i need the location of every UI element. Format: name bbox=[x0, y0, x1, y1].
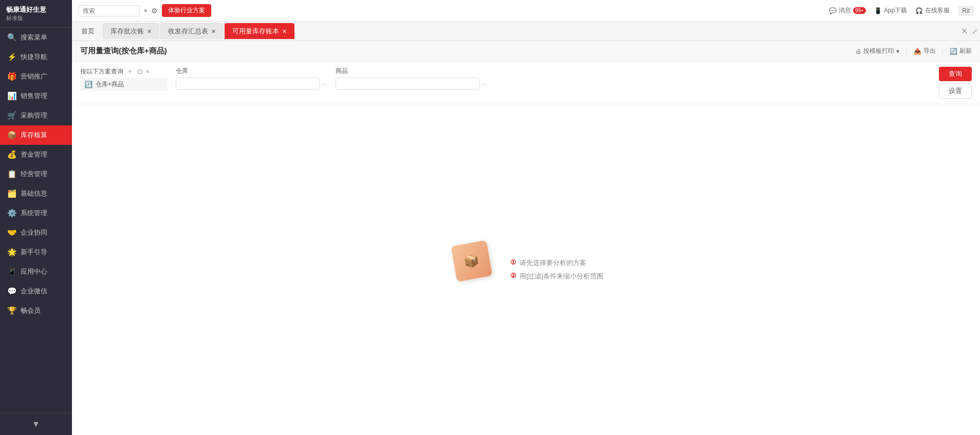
sidebar-label-sales: 销售管理 bbox=[21, 91, 47, 101]
warehouse-more-btn[interactable]: ··· bbox=[322, 80, 327, 88]
filter-bar: 按以下方案查询 ＋ ⊙ « 🔃 仓库+商品 仓库 ··· bbox=[72, 62, 980, 104]
scheme-item-warehouse-product[interactable]: 🔃 仓库+商品 bbox=[80, 78, 168, 91]
sidebar-label-purchase: 采购管理 bbox=[21, 111, 47, 120]
sidebar-icon-member: 🏆 bbox=[7, 306, 16, 315]
tab-summary-close[interactable]: ✕ bbox=[211, 28, 216, 35]
tip-text-1: 请先选择要分析的方案 bbox=[520, 258, 586, 268]
sidebar-icon-search: 🔍 bbox=[7, 33, 16, 42]
sidebar-scroll-down-btn[interactable]: ▼ bbox=[4, 418, 68, 431]
sidebar-item-finance[interactable]: 💰 资金管理 bbox=[0, 145, 72, 164]
app-icon: 📱 bbox=[874, 7, 882, 14]
print-icon: 🖨 bbox=[855, 48, 861, 55]
refresh-icon: 🔄 bbox=[950, 48, 957, 55]
settings-scheme-btn[interactable]: ⊙ bbox=[137, 67, 143, 75]
filter-scheme-label: 按以下方案查询 bbox=[80, 67, 123, 76]
export-label: 导出 bbox=[923, 47, 936, 55]
sidebar-item-purchase[interactable]: 🛒 采购管理 bbox=[0, 106, 72, 125]
sidebar-icon-wechat: 💬 bbox=[7, 287, 16, 296]
sidebar-item-member[interactable]: 🏆 畅会员 bbox=[0, 301, 72, 320]
export-btn[interactable]: 📤 导出 bbox=[914, 47, 936, 55]
sidebar-item-enterprise[interactable]: 🤝 企业协同 bbox=[0, 223, 72, 242]
tip-num-1: ① bbox=[510, 258, 516, 266]
filter-right: 查询 设置 bbox=[939, 67, 972, 99]
sep1: | bbox=[905, 47, 907, 55]
tab-batch-close[interactable]: ✕ bbox=[147, 28, 152, 35]
warehouse-input[interactable] bbox=[176, 78, 320, 90]
sidebar-scroll: 🔍 搜索菜单 ⚡ 快捷导航 🎁 营销推广 📊 销售管理 🛒 采购管理 📦 库存核… bbox=[0, 28, 72, 413]
sidebar-item-shortcut[interactable]: ⚡ 快捷导航 bbox=[0, 47, 72, 67]
topbar-industry-btn[interactable]: 体验行业方案 bbox=[162, 4, 211, 17]
topbar: ▾ ⚙ 体验行业方案 💬 消息 99+ 📱 App下载 🎧 在线客服 Rit bbox=[72, 0, 980, 22]
sidebar-item-system[interactable]: ⚙️ 系统管理 bbox=[0, 203, 72, 223]
tab-home[interactable]: 首页 bbox=[74, 24, 102, 39]
topbar-right: 💬 消息 99+ 📱 App下载 🎧 在线客服 Rit bbox=[829, 6, 974, 16]
export-icon: 📤 bbox=[914, 48, 921, 55]
brand-edition: 标准版 bbox=[6, 14, 66, 22]
sidebar-item-inventory[interactable]: 📦 库存核算 bbox=[0, 125, 72, 145]
sidebar-footer: ▼ bbox=[0, 413, 72, 435]
topbar-dropdown-btn[interactable]: ▾ bbox=[144, 7, 147, 14]
product-input[interactable] bbox=[336, 78, 479, 90]
tab-available[interactable]: 可用量库存账本 ✕ bbox=[225, 23, 294, 39]
sidebar-icon-basic: 🗂️ bbox=[7, 189, 16, 198]
topbar-app-btn[interactable]: 📱 App下载 bbox=[874, 6, 907, 15]
filter-settings-btn[interactable]: 设置 bbox=[939, 83, 972, 99]
page-title: 可用量查询(按仓库+商品) bbox=[80, 46, 167, 56]
tab-available-label: 可用量库存账本 bbox=[232, 27, 279, 36]
sidebar-label-shortcut: 快捷导航 bbox=[21, 52, 47, 62]
tab-batch[interactable]: 库存批次账 ✕ bbox=[103, 23, 159, 39]
page-header: 可用量查询(按仓库+商品) 🖨 按模板打印 ▾ | 📤 导出 | 🔄 刷新 bbox=[72, 41, 980, 62]
sidebar-item-operation[interactable]: 📋 经营管理 bbox=[0, 164, 72, 184]
service-label: 在线客服 bbox=[925, 6, 950, 15]
filter-scheme-header: 按以下方案查询 ＋ ⊙ « bbox=[80, 67, 168, 76]
tab-available-close[interactable]: ✕ bbox=[282, 28, 287, 35]
sidebar-item-sales[interactable]: 📊 销售管理 bbox=[0, 86, 72, 106]
sidebar-item-search[interactable]: 🔍 搜索菜单 bbox=[0, 28, 72, 47]
tip-text-2: 用[过滤]条件来缩小分析范围 bbox=[520, 272, 603, 281]
warehouse-label: 仓库 bbox=[176, 67, 327, 75]
tabbar: 首页 库存批次账 ✕ 收发存汇总表 ✕ 可用量库存账本 ✕ ✕ ⤢ bbox=[72, 22, 980, 41]
scheme-item-icon: 🔃 bbox=[84, 81, 93, 88]
sidebar-icon-sales: 📊 bbox=[7, 91, 16, 101]
print-btn[interactable]: 🖨 按模板打印 ▾ bbox=[855, 47, 899, 55]
sidebar-label-operation: 经营管理 bbox=[21, 169, 47, 179]
sidebar-icon-system: ⚙️ bbox=[7, 209, 16, 218]
empty-tip-1: ① 请先选择要分析的方案 bbox=[510, 258, 603, 268]
sidebar-item-newbie[interactable]: 🌟 新手引导 bbox=[0, 242, 72, 262]
query-btn[interactable]: 查询 bbox=[939, 67, 972, 81]
sidebar-label-appstore: 应用中心 bbox=[21, 267, 47, 276]
topbar-user-btn[interactable]: Rit bbox=[958, 6, 974, 16]
content-area: 可用量查询(按仓库+商品) 🖨 按模板打印 ▾ | 📤 导出 | 🔄 刷新 bbox=[72, 41, 980, 435]
tab-close-all-btn[interactable]: ✕ bbox=[961, 26, 968, 36]
tab-expand-btn[interactable]: ⤢ bbox=[972, 27, 978, 35]
sidebar: 畅康通好生意 标准版 🔍 搜索菜单 ⚡ 快捷导航 🎁 营销推广 📊 销售管理 🛒… bbox=[0, 0, 72, 435]
tab-home-label: 首页 bbox=[81, 27, 95, 36]
print-dropdown-icon: ▾ bbox=[896, 48, 899, 55]
tab-summary[interactable]: 收发存汇总表 ✕ bbox=[160, 23, 224, 39]
product-input-row: ··· bbox=[336, 78, 487, 90]
sidebar-label-finance: 资金管理 bbox=[21, 150, 47, 159]
sidebar-icon-appstore: 📱 bbox=[7, 267, 16, 276]
sidebar-item-marketing[interactable]: 🎁 营销推广 bbox=[0, 67, 72, 86]
filter-field-product: 商品 ··· bbox=[336, 67, 487, 90]
msg-badge: 99+ bbox=[853, 7, 866, 14]
service-icon: 🎧 bbox=[915, 7, 923, 14]
topbar-msg-btn[interactable]: 💬 消息 99+ bbox=[829, 6, 866, 15]
sidebar-icon-finance: 💰 bbox=[7, 150, 16, 159]
sidebar-label-marketing: 营销推广 bbox=[21, 72, 47, 81]
empty-illustration: 📦 bbox=[449, 244, 500, 295]
product-label: 商品 bbox=[336, 67, 487, 75]
topbar-search-input[interactable] bbox=[78, 5, 140, 16]
msg-label: 消息 bbox=[839, 6, 851, 15]
topbar-gear-btn[interactable]: ⚙ bbox=[151, 7, 158, 15]
sidebar-item-appstore[interactable]: 📱 应用中心 bbox=[0, 262, 72, 281]
collapse-btn[interactable]: « bbox=[146, 68, 150, 75]
sidebar-item-wechat[interactable]: 💬 企业微信 bbox=[0, 281, 72, 301]
topbar-service-btn[interactable]: 🎧 在线客服 bbox=[915, 6, 950, 15]
app-label: App下载 bbox=[884, 6, 907, 15]
sidebar-item-basic[interactable]: 🗂️ 基础信息 bbox=[0, 184, 72, 203]
product-more-btn[interactable]: ··· bbox=[482, 80, 487, 88]
refresh-btn[interactable]: 🔄 刷新 bbox=[950, 47, 972, 55]
empty-tips: ① 请先选择要分析的方案 ② 用[过滤]条件来缩小分析范围 bbox=[510, 258, 603, 281]
add-scheme-btn[interactable]: ＋ bbox=[126, 67, 134, 76]
